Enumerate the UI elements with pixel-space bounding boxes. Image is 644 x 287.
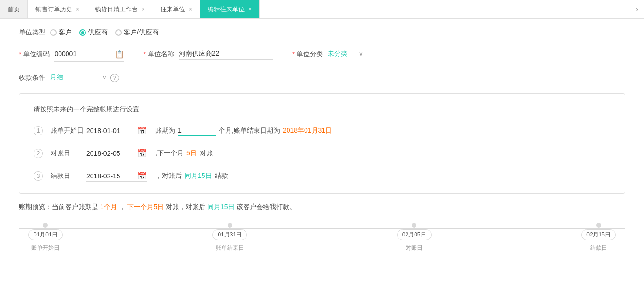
tab-edit-partner-close[interactable]: × (248, 6, 252, 13)
timeline-row-2: 2 对账日 📅 ,下一个月 5日 对账 (34, 148, 610, 159)
row-number-2: 2 (34, 149, 43, 158)
row-suffix-1: 个月,账单结束日期为 (219, 127, 280, 135)
date-input-3[interactable] (86, 172, 134, 180)
preview-comma: ， (119, 203, 126, 211)
calendar-icon-3[interactable]: 📅 (137, 171, 147, 180)
timeline-row-3: 3 结款日 📅 ，对账后 同月15日 结款 (34, 170, 610, 182)
payment-label: 收款条件 (19, 74, 45, 82)
tab-arrow[interactable]: › (630, 5, 644, 14)
date-input-wrap-2: 📅 (86, 148, 147, 159)
row-suffix-after-2: 对账 (200, 149, 213, 158)
tl-desc-2: 对账日 (406, 244, 423, 252)
tl-date-2: 02月05日 (397, 229, 432, 240)
unit-name-label: 单位名称 (148, 50, 174, 59)
unit-details-row: * 单位编码 📋 * 单位名称 * 单位分类 未分类 ∨ (19, 46, 625, 62)
unit-code-label: 单位编码 (23, 50, 50, 59)
radio-group: 客户 供应商 客户/供应商 (50, 28, 159, 37)
row-label-2: 对账日 (51, 149, 79, 158)
tab-sales-history-label: 销售订单历史 (35, 5, 72, 14)
payment-row: 收款条件 月结 ∨ ? (19, 71, 625, 84)
preview-label: 账期预览：当前客户账期是 (19, 203, 98, 211)
unit-code-icon[interactable]: 📋 (115, 50, 124, 59)
radio-customer[interactable]: 客户 (50, 28, 72, 37)
unit-type-label: 单位类型 (19, 28, 45, 37)
tl-date-0: 01月01日 (28, 229, 63, 240)
tab-edit-partner[interactable]: 编辑往来单位 × (200, 0, 260, 18)
unit-name-input[interactable] (179, 48, 273, 60)
row-highlight-2: 5日 (186, 149, 197, 158)
tl-dot-3 (596, 223, 601, 228)
date-input-wrap-1: 📅 (86, 125, 147, 136)
payment-group: 收款条件 月结 ∨ ? (19, 71, 119, 84)
tl-date-3: 02月15日 (581, 229, 616, 240)
payment-dropdown[interactable]: 月结 ∨ (50, 71, 107, 84)
tab-sales-history[interactable]: 销售订单历史 × (28, 0, 87, 18)
preview-text: 账期预览：当前客户账期是 1个月 ， 下一个月5日 对账，对账后 同月15日 该… (19, 203, 625, 211)
tl-point-3: 02月15日 结款日 (581, 223, 616, 252)
radio-both[interactable]: 客户/供应商 (115, 28, 159, 37)
tab-partner-unit[interactable]: 往来单位 × (153, 0, 200, 18)
tl-point-0: 01月01日 账单开始日 (28, 223, 63, 252)
tab-cash-work-close[interactable]: × (142, 6, 145, 13)
preview-part1: 1个月 (100, 203, 117, 211)
tab-partner-unit-close[interactable]: × (189, 6, 192, 13)
tl-desc-1: 账单结束日 (216, 244, 244, 252)
payment-value: 月结 (50, 73, 100, 82)
unit-type-row: 单位类型 客户 供应商 客户/供应商 (19, 28, 625, 37)
radio-both-circle (115, 29, 122, 36)
unit-name-star: * (143, 51, 145, 58)
tab-partner-unit-label: 往来单位 (161, 5, 185, 14)
tl-dot-0 (43, 223, 48, 228)
tl-date-1: 01月31日 (212, 229, 247, 240)
radio-both-label: 客户/供应商 (124, 28, 159, 37)
unit-type-group: 单位类型 客户 供应商 客户/供应商 (19, 28, 159, 37)
tl-desc-3: 结款日 (590, 244, 607, 252)
tab-edit-partner-label: 编辑往来单位 (208, 5, 245, 14)
row-label-3: 结款日 (51, 172, 79, 180)
unit-code-group: * 单位编码 📋 (19, 46, 124, 62)
timeline-points: 01月01日 账单开始日 01月31日 账单结束日 02月05日 对账日 02月… (28, 223, 616, 252)
period-input[interactable] (178, 126, 216, 136)
tab-home-label: 首页 (8, 5, 20, 14)
date-input-wrap-3: 📅 (86, 170, 147, 182)
unit-category-group: * 单位分类 未分类 ∨ (292, 48, 363, 60)
unit-category-star: * (292, 51, 295, 58)
timeline-bar: 01月01日 账单开始日 01月31日 账单结束日 02月05日 对账日 02月… (19, 223, 625, 252)
tl-point-2: 02月05日 对账日 (397, 223, 432, 252)
row-number-3: 3 (34, 171, 43, 181)
calendar-icon-2[interactable]: 📅 (137, 149, 147, 158)
tab-sales-history-close[interactable]: × (76, 6, 79, 13)
unit-code-input[interactable] (54, 48, 111, 59)
setting-section: 请按照未来的一个完整帐期进行设置 1 账单开始日 📅 账期为 个月,账单结束日期… (19, 93, 625, 194)
preview-part2: 下一个月5日 (127, 203, 164, 211)
date-input-1[interactable] (86, 127, 134, 135)
tl-desc-0: 账单开始日 (31, 244, 59, 252)
preview-end: 该客户会给我打款。 (237, 203, 296, 211)
tl-dot-2 (412, 223, 416, 228)
date-input-2[interactable] (86, 150, 134, 157)
timeline-row-1: 1 账单开始日 📅 账期为 个月,账单结束日期为 2018年01月31日 (34, 125, 610, 136)
tab-cash-work[interactable]: 钱货日清工作台 × (87, 0, 153, 18)
unit-name-group: * 单位名称 (143, 48, 273, 60)
unit-category-select[interactable]: 未分类 ∨ (328, 48, 363, 60)
row-middle-text-1: 账期为 (155, 127, 175, 135)
row-highlight-3: 同月15日 (185, 172, 212, 180)
tl-point-1: 01月31日 账单结束日 (212, 223, 247, 252)
tab-home[interactable]: 首页 (0, 0, 28, 18)
help-icon[interactable]: ? (110, 74, 119, 82)
payment-chevron-icon: ∨ (102, 74, 107, 81)
row-suffix-before-2: ,下一个月 (155, 149, 184, 158)
unit-category-label: 单位分类 (297, 50, 323, 59)
radio-supplier-label: 供应商 (88, 28, 108, 37)
row-suffix-after-3: 结款 (215, 172, 228, 180)
radio-supplier[interactable]: 供应商 (79, 28, 108, 37)
calendar-icon-1[interactable]: 📅 (137, 126, 147, 135)
row-number-1: 1 (34, 126, 43, 135)
chevron-down-icon: ∨ (359, 51, 363, 57)
unit-category-value: 未分类 (328, 50, 356, 58)
radio-customer-label: 客户 (59, 28, 72, 37)
preview-middle: 对账，对账后 (166, 203, 205, 211)
main-content: 单位类型 客户 供应商 客户/供应商 * 单位编码 (0, 19, 644, 287)
section-title: 请按照未来的一个完整帐期进行设置 (34, 105, 610, 114)
tl-dot-1 (228, 223, 232, 228)
